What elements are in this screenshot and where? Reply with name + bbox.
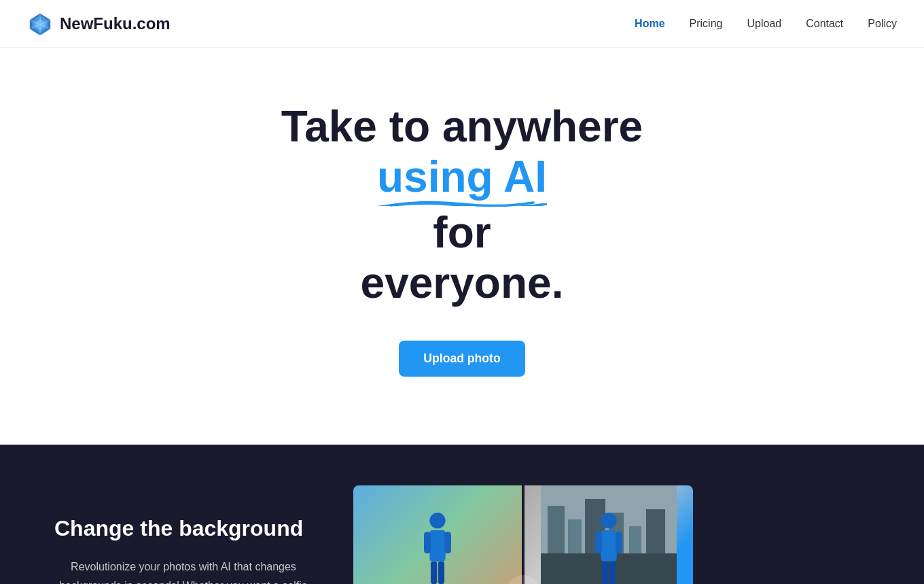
nav-policy[interactable]: Policy <box>868 18 897 29</box>
svg-rect-23 <box>595 532 602 554</box>
nav-upload[interactable]: Upload <box>747 18 781 29</box>
svg-rect-12 <box>438 562 444 584</box>
hero-title-rest: for <box>433 208 491 257</box>
hero-section: Take to anywhere using AI for everyone. … <box>0 48 924 445</box>
person-figure-2 <box>592 509 626 584</box>
svg-point-21 <box>601 513 616 528</box>
features-description: Revolutionize your photos with AI that c… <box>54 557 313 584</box>
svg-rect-10 <box>444 532 451 554</box>
nav-menu: Home Pricing Upload Contact Policy <box>635 18 897 30</box>
logo-icon <box>27 11 53 37</box>
svg-rect-11 <box>431 562 437 584</box>
svg-rect-24 <box>616 532 622 554</box>
brand-name: NewFuku.com <box>60 14 171 33</box>
hero-title-line1: Take to anywhere <box>281 102 643 151</box>
svg-rect-9 <box>424 532 431 554</box>
features-text-area: Change the background Revolutionize your… <box>54 516 313 584</box>
nav-home[interactable]: Home <box>635 18 664 29</box>
svg-rect-25 <box>602 562 608 584</box>
hero-title-line3: everyone. <box>361 258 564 307</box>
hero-title: Take to anywhere using AI for everyone. <box>156 102 768 308</box>
background-change-demo: ⤢ <box>353 485 693 584</box>
features-section: Change the background Revolutionize your… <box>0 445 924 584</box>
logo-link[interactable]: NewFuku.com <box>27 11 171 37</box>
svg-rect-22 <box>601 530 616 562</box>
hero-cta-area: Upload photo <box>27 341 897 377</box>
person-figure-1 <box>421 509 455 584</box>
navbar: NewFuku.com Home Pricing Upload Contact … <box>0 0 924 48</box>
upload-photo-button[interactable]: Upload photo <box>399 341 525 377</box>
demo-image-original <box>353 485 522 584</box>
arrows-icon: ⤢ <box>515 581 531 584</box>
demo-image-city <box>525 485 693 584</box>
svg-rect-26 <box>609 562 616 584</box>
nav-pricing[interactable]: Pricing <box>690 18 723 29</box>
nav-contact[interactable]: Contact <box>806 18 843 29</box>
svg-point-7 <box>429 513 445 528</box>
features-heading: Change the background <box>54 516 313 541</box>
svg-rect-8 <box>429 530 445 562</box>
hero-title-ai: using AI <box>377 152 547 203</box>
